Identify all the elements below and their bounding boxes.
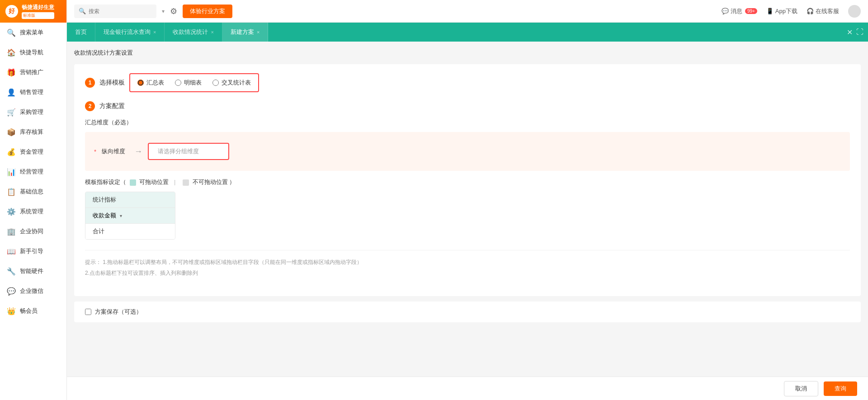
- tips-text: 提示： 1.拖动标题栏可以调整布局，不可跨维度或指标区域拖动栏目字段（只能在同一…: [85, 258, 850, 278]
- sidebar-item-label: 搜索菜单: [20, 28, 43, 37]
- metrics-col-label: 收款金额: [93, 212, 116, 220]
- topbar: 🔍 ▾ ⚙ 体验行业方案 💬 消息 99+ 📱 App下载 🎧 在线客服: [67, 0, 868, 23]
- notification-icon: 💬: [722, 8, 729, 14]
- logo-text: 畅捷通好生意 标准版: [22, 4, 54, 19]
- app-download-button[interactable]: 📱 App下载: [766, 7, 797, 15]
- inventory-icon: 📦: [7, 128, 15, 136]
- sidebar-item-finance[interactable]: 💰 资金管理: [0, 142, 66, 162]
- save-label: 方案保存（可选）: [95, 308, 142, 316]
- radio-cross[interactable]: 交叉统计表: [212, 79, 251, 87]
- sidebar-item-label: 经营管理: [20, 168, 43, 176]
- search-menu-icon: 🔍: [7, 28, 15, 37]
- dimension-section-label: 汇总维度（必选）: [85, 118, 850, 127]
- wechat-icon: 💬: [7, 287, 15, 295]
- sidebar-item-guide[interactable]: 📖 新手引导: [0, 241, 66, 261]
- user-avatar[interactable]: [848, 5, 861, 18]
- fixed-legend-dot: [183, 179, 189, 186]
- sidebar-item-inventory[interactable]: 📦 库存核算: [0, 122, 66, 142]
- sidebar-item-label: 畅会员: [20, 307, 38, 315]
- sidebar-item-enterprise[interactable]: 🏢 企业协同: [0, 221, 66, 241]
- draggable-legend-dot: [130, 179, 136, 186]
- radio-summary[interactable]: 汇总表: [137, 79, 164, 87]
- member-icon: 👑: [7, 307, 15, 315]
- template-select-group: 汇总表 明细表 交叉统计表: [129, 73, 259, 92]
- tab-new-plan[interactable]: 新建方案 ×: [222, 23, 268, 42]
- app-download-icon: 📱: [766, 8, 774, 14]
- sidebar-item-operations[interactable]: 📊 经营管理: [0, 162, 66, 182]
- tab-label: 首页: [75, 28, 87, 36]
- industry-plan-button[interactable]: 体验行业方案: [183, 5, 232, 18]
- radio-summary-input[interactable]: [137, 80, 144, 86]
- notification-button[interactable]: 💬 消息 99+: [722, 7, 757, 15]
- tab-receipt-stats[interactable]: 收款情况统计 ×: [165, 23, 222, 42]
- save-checkbox[interactable]: [85, 309, 91, 315]
- step1-header: 1 选择模板 汇总表 明细表 交叉统计表: [85, 73, 850, 92]
- radio-detail-input[interactable]: [175, 80, 181, 86]
- query-button[interactable]: 查询: [824, 381, 857, 396]
- required-mark: *: [94, 148, 96, 155]
- radio-cross-label: 交叉统计表: [222, 79, 251, 87]
- sidebar-item-basic-info[interactable]: 📋 基础信息: [0, 182, 66, 202]
- close-window-button[interactable]: ✕: [847, 28, 853, 37]
- metrics-col-row[interactable]: 收款金额 ▾: [85, 208, 175, 224]
- search-icon: 🔍: [79, 8, 86, 14]
- sidebar-item-member[interactable]: 👑 畅会员: [0, 301, 66, 321]
- sidebar-item-smart-hw[interactable]: 🔧 智能硬件: [0, 261, 66, 281]
- vertical-dimension-label: 纵向维度: [102, 147, 129, 155]
- tab-label: 新建方案: [231, 28, 254, 36]
- step1-section: 1 选择模板 汇总表 明细表 交叉统计表: [85, 73, 850, 92]
- logo-icon: 好: [5, 5, 18, 18]
- radio-detail[interactable]: 明细表: [175, 79, 202, 87]
- fullscreen-button[interactable]: ⛶: [856, 28, 863, 36]
- draggable-legend-label: 可拖动位置: [139, 179, 169, 185]
- dimension-selector[interactable]: 请选择分组维度: [148, 143, 229, 160]
- sidebar-item-label: 快捷导航: [20, 48, 43, 56]
- tips-line1: 提示： 1.拖动标题栏可以调整布局，不可跨维度或指标区域拖动栏目字段（只能在同一…: [85, 258, 850, 268]
- dimension-row: * 纵向维度 → 请选择分组维度: [94, 143, 841, 160]
- sidebar-item-label: 资金管理: [20, 148, 43, 156]
- sidebar-item-search-menu[interactable]: 🔍 搜索菜单: [0, 23, 66, 42]
- radio-detail-label: 明细表: [184, 79, 202, 87]
- system-icon: ⚙️: [7, 207, 15, 216]
- sidebar-item-label: 采购管理: [20, 108, 43, 116]
- cancel-button[interactable]: 取消: [784, 381, 818, 396]
- sidebar-item-label: 库存核算: [20, 128, 43, 136]
- finance-icon: 💰: [7, 148, 15, 156]
- radio-cross-input[interactable]: [212, 80, 219, 86]
- sidebar-item-label: 企业微信: [20, 287, 43, 295]
- tips-section: 提示： 1.拖动标题栏可以调整布局，不可跨维度或指标区域拖动栏目字段（只能在同一…: [85, 250, 850, 278]
- sidebar-item-label: 企业协同: [20, 227, 43, 235]
- sidebar-item-quick-nav[interactable]: 🏠 快捷导航: [0, 42, 66, 62]
- sidebar-item-wechat[interactable]: 💬 企业微信: [0, 281, 66, 301]
- config-section: 汇总维度（必选） * 纵向维度 → 请选择分组维度 模板: [85, 118, 850, 278]
- smart-hw-icon: 🔧: [7, 267, 15, 275]
- tab-close-new-plan[interactable]: ×: [257, 29, 259, 35]
- service-icon: 🎧: [807, 8, 814, 14]
- radio-summary-label: 汇总表: [146, 79, 164, 87]
- tab-close-bank-flow[interactable]: ×: [153, 29, 156, 35]
- step2-section: 2 方案配置 汇总维度（必选） * 纵向维度 → 请选择分组维度: [85, 101, 850, 278]
- basic-info-icon: 📋: [7, 188, 15, 196]
- settings-icon[interactable]: ⚙: [170, 6, 177, 16]
- tab-home[interactable]: 首页: [67, 23, 95, 42]
- step1-title: 选择模板: [99, 79, 125, 87]
- search-input[interactable]: [89, 8, 152, 14]
- sidebar-item-system[interactable]: ⚙️ 系统管理: [0, 202, 66, 221]
- topbar-search-box[interactable]: 🔍: [74, 5, 156, 18]
- footer: 取消 查询: [67, 376, 868, 400]
- sidebar-item-sales[interactable]: 👤 销售管理: [0, 82, 66, 102]
- page-title: 收款情况统计方案设置: [74, 49, 861, 57]
- metrics-row-label: 合计: [93, 228, 104, 235]
- sales-icon: 👤: [7, 88, 15, 96]
- page-content: 收款情况统计方案设置 1 选择模板 汇总表 明细表: [67, 42, 868, 376]
- tab-bank-flow[interactable]: 现金银行流水查询 ×: [95, 23, 165, 42]
- tabbar-actions: ✕ ⛶: [847, 28, 868, 37]
- notification-label: 消息: [731, 7, 742, 15]
- search-chevron-icon[interactable]: ▾: [162, 8, 165, 14]
- sidebar-item-marketing[interactable]: 🎁 营销推广: [0, 62, 66, 82]
- online-service-button[interactable]: 🎧 在线客服: [807, 7, 839, 15]
- tab-close-receipt-stats[interactable]: ×: [211, 29, 213, 35]
- sidebar-item-purchase[interactable]: 🛒 采购管理: [0, 102, 66, 122]
- sidebar-item-label: 系统管理: [20, 207, 43, 216]
- sidebar-item-label: 销售管理: [20, 88, 43, 96]
